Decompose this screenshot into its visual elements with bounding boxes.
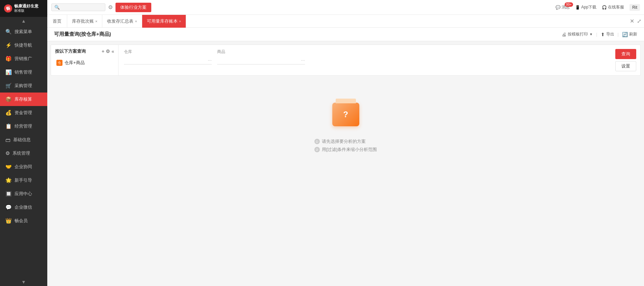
dropdown-icon: ▼ xyxy=(589,32,593,36)
app-download-button[interactable]: 📱 App下载 xyxy=(575,4,596,10)
collapse-scheme-icon[interactable]: « xyxy=(111,49,114,54)
empty-tip-1: ① 请先选择要分析的方案 xyxy=(314,138,377,145)
scheme-item-icon: 仓 xyxy=(56,60,62,66)
refresh-button[interactable]: 🔄 刷新 xyxy=(622,31,637,37)
tip-2-number: ② xyxy=(314,147,320,152)
sidebar-item-inventory[interactable]: 📦 库存核算 xyxy=(0,93,47,106)
sidebar-item-wechat[interactable]: 💬 企业微信 xyxy=(0,201,47,214)
sidebar-icon-inventory: 📦 xyxy=(5,96,12,102)
product-dots[interactable]: ··· xyxy=(301,57,305,63)
sidebar-item-enterprise[interactable]: 🤝 企业协同 xyxy=(0,160,47,174)
tabs-bar: 首页库存批次账×收发存汇总表×可用量库存账本× ✕ ⤢ xyxy=(47,15,644,28)
tab-home[interactable]: 首页 xyxy=(47,15,67,28)
logo-icon: 畅 xyxy=(4,4,12,12)
customer-service-button[interactable]: 🎧 在线客服 xyxy=(602,4,624,10)
tab-available-ledger[interactable]: 可用量库存账本× xyxy=(142,15,186,28)
product-input-wrapper: ··· xyxy=(217,56,305,64)
page-header: 可用量查询(按仓库+商品) 🖨 按模板打印 ▼ | ⬆ 导出 | 🔄 刷新 xyxy=(47,28,644,41)
resize-window-button[interactable]: ⤢ xyxy=(637,18,641,24)
sidebar-icon-marketing-promo: 🎁 xyxy=(5,56,12,62)
sidebar-label-member: 畅会员 xyxy=(15,218,28,224)
app-name: 畅康通好生意 xyxy=(14,4,38,8)
filter-warehouse: 仓库 ··· xyxy=(124,49,212,64)
sidebar-item-search[interactable]: 🔍 搜索菜单 xyxy=(0,25,47,38)
product-input[interactable] xyxy=(217,58,300,63)
sidebar-icon-appcenter: 🔲 xyxy=(5,191,12,197)
tab-label-receive-summary: 收发存汇总表 xyxy=(107,18,133,24)
sidebar-label-appcenter: 应用中心 xyxy=(15,191,32,197)
divider-1: | xyxy=(596,32,597,37)
sidebar-icon-shortcut: ⚡ xyxy=(5,42,12,48)
warehouse-dots[interactable]: ··· xyxy=(208,57,212,63)
scheme-header-label: 按以下方案查询 xyxy=(55,48,86,54)
tab-batch-account[interactable]: 库存批次账× xyxy=(67,15,102,28)
customer-service-label: 在线客服 xyxy=(608,4,624,10)
query-button[interactable]: 查询 xyxy=(615,49,636,59)
sidebar-icon-basic: 🗃 xyxy=(5,137,10,143)
app-logo: 畅 畅康通好生意 标准版 xyxy=(0,0,47,17)
sidebar-item-member[interactable]: 👑 畅会员 xyxy=(0,214,47,228)
sidebar-label-operation: 经营管理 xyxy=(15,123,32,129)
sidebar-label-purchase: 采购管理 xyxy=(15,83,32,89)
sidebar-label-wechat: 企业微信 xyxy=(15,204,32,210)
warehouse-input[interactable] xyxy=(124,58,206,63)
sidebar-item-purchase[interactable]: 🛒 采购管理 xyxy=(0,79,47,93)
tab-close-batch-account[interactable]: × xyxy=(95,19,97,23)
tab-label-available-ledger: 可用量库存账本 xyxy=(147,18,178,24)
scheme-icons: + ⚙ « xyxy=(102,49,114,54)
sidebar-label-enterprise: 企业协同 xyxy=(15,164,32,170)
sidebar-item-shortcut[interactable]: ⚡ 快捷导航 xyxy=(0,38,47,52)
refresh-icon: 🔄 xyxy=(622,32,628,37)
filter-row-1: 仓库 ··· 商品 ··· xyxy=(124,49,606,64)
warehouse-label: 仓库 xyxy=(124,49,212,55)
tab-close-available-ledger[interactable]: × xyxy=(179,19,181,23)
tip-1-number: ① xyxy=(314,139,320,144)
query-area: 按以下方案查询 + ⚙ « 仓 仓库+商品 仓库 xyxy=(51,45,641,76)
topbar-search-box[interactable]: 🔍 xyxy=(51,3,105,11)
export-button[interactable]: ⬆ 导出 xyxy=(601,31,614,37)
page-content: 可用量查询(按仓库+商品) 🖨 按模板打印 ▼ | ⬆ 导出 | 🔄 刷新 xyxy=(47,28,644,286)
column-settings-button[interactable]: 设置 xyxy=(615,61,636,71)
empty-illustration xyxy=(329,99,363,133)
sidebar-nav: 🔍 搜索菜单⚡ 快捷导航🎁 营销推广📊 销售管理🛒 采购管理📦 库存核算💰 资金… xyxy=(0,25,47,278)
search-input[interactable] xyxy=(61,5,102,10)
sidebar-label-sales: 销售管理 xyxy=(15,69,32,75)
sidebar-label-shortcut: 快捷导航 xyxy=(15,42,32,48)
sidebar-item-operation[interactable]: 📋 经营管理 xyxy=(0,120,47,133)
app-version: 标准版 xyxy=(14,8,38,13)
scheme-item-warehouse-product[interactable]: 仓 仓库+商品 xyxy=(51,57,118,69)
trial-button[interactable]: 体验行业方案 xyxy=(115,3,151,12)
close-window-button[interactable]: ✕ xyxy=(630,18,634,24)
product-label: 商品 xyxy=(217,49,305,55)
sidebar-icon-wechat: 💬 xyxy=(5,204,12,210)
page-title: 可用量查询(按仓库+商品) xyxy=(54,31,111,37)
sidebar-scroll-up[interactable]: ▲ xyxy=(0,17,47,25)
sidebar-label-finance: 资金管理 xyxy=(15,110,32,116)
message-button[interactable]: 💬 消息 99+ xyxy=(556,4,570,10)
sidebar-item-basic[interactable]: 🗃 基础信息 xyxy=(0,133,47,147)
user-button[interactable]: Rit xyxy=(629,4,640,11)
page-actions: 🖨 按模板打印 ▼ | ⬆ 导出 | 🔄 刷新 xyxy=(562,31,637,37)
tab-close-receive-summary[interactable]: × xyxy=(135,19,137,23)
sidebar-label-basic: 基础信息 xyxy=(13,137,31,143)
sidebar-icon-search: 🔍 xyxy=(5,29,12,35)
sidebar-scroll-down[interactable]: ▼ xyxy=(0,278,47,286)
sidebar-item-sales[interactable]: 📊 销售管理 xyxy=(0,66,47,79)
sidebar-item-finance[interactable]: 💰 资金管理 xyxy=(0,106,47,120)
sidebar-item-marketing-promo[interactable]: 🎁 营销推广 xyxy=(0,52,47,66)
action-buttons: 查询 设置 xyxy=(611,45,640,75)
settings-scheme-icon[interactable]: ⚙ xyxy=(106,49,110,54)
export-label: 导出 xyxy=(606,31,614,37)
tab-receive-summary[interactable]: 收发存汇总表× xyxy=(102,15,142,28)
sidebar-item-system[interactable]: ⚙ 系统管理 xyxy=(0,147,47,160)
print-template-button[interactable]: 🖨 按模板打印 ▼ xyxy=(562,31,593,37)
sidebar-item-appcenter[interactable]: 🔲 应用中心 xyxy=(0,187,47,201)
gear-icon[interactable]: ⚙ xyxy=(108,4,113,10)
divider-2: | xyxy=(618,32,619,37)
tab-label-batch-account: 库存批次账 xyxy=(72,18,94,24)
sidebar-item-newbie[interactable]: 🌟 新手引导 xyxy=(0,174,47,187)
add-scheme-icon[interactable]: + xyxy=(102,49,104,54)
main-area: 🔍 ⚙ 体验行业方案 💬 消息 99+ 📱 App下载 🎧 在线客服 Rit xyxy=(47,0,644,286)
sidebar-icon-system: ⚙ xyxy=(5,150,10,156)
print-icon: 🖨 xyxy=(562,32,566,37)
